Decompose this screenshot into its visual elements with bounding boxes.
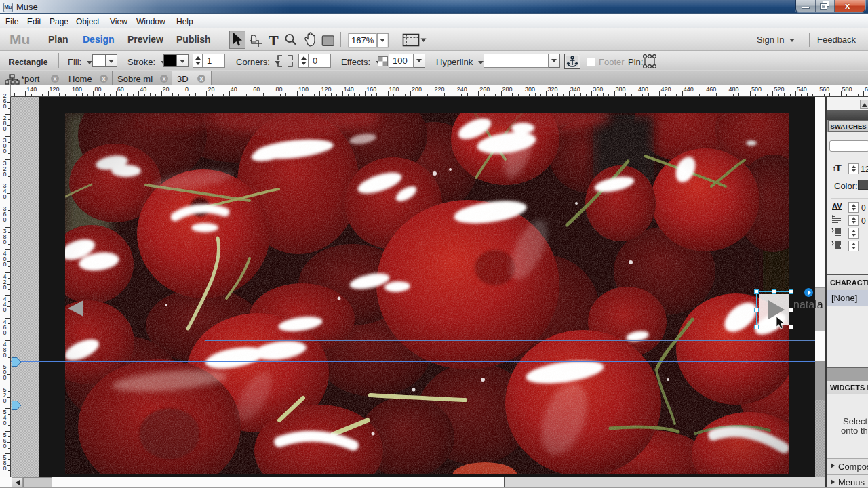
svg-text:T: T xyxy=(269,32,279,49)
svg-text:167%: 167% xyxy=(351,35,374,45)
